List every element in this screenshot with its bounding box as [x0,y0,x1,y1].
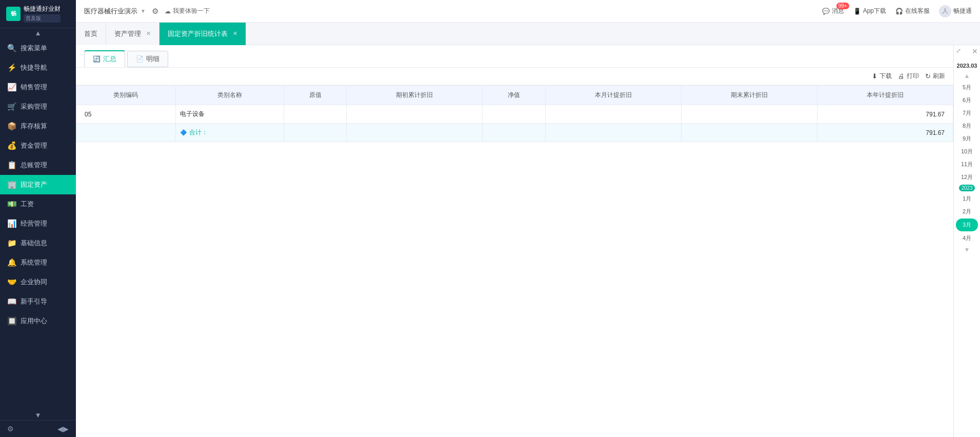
cell-end-accum [681,105,817,124]
ledger-icon: 📋 [7,161,16,170]
table-header-row: 类别编码 类别名称 原值 期初累计折旧 净值 本月计提折旧 期末累计折旧 本年计… [76,86,953,105]
sidebar-item-purchase[interactable]: 🛒 采购管理 [0,97,76,116]
sum-icon: 🔷 [180,129,187,136]
panel-expand-icon[interactable]: ⤢ [956,47,961,54]
sub-tab-summary[interactable]: 🔄 汇总 [84,50,125,67]
sidebar-item-payroll[interactable]: 💵 工资 [0,194,76,214]
tabs-bar: 首页 资产管理 ✕ 固定资产折旧统计表 ✕ [76,23,980,45]
company-selector[interactable]: 医疗器械行业演示 ▼ [84,7,146,16]
sales-icon: 📈 [7,83,16,92]
sidebar-item-label: 搜索菜单 [21,44,47,53]
col-annual: 本年计提折旧 [817,86,953,105]
sidebar-scroll-down[interactable]: ▼ [0,410,76,420]
sidebar-item-label: 资金管理 [21,141,47,150]
col-initial-accum: 期初累计折旧 [347,86,483,105]
month-item-5[interactable]: 5月 [954,81,980,94]
collapse-sidebar-icon[interactable]: ◀▶ [57,425,69,433]
month-item-4[interactable]: 4月 [954,232,980,245]
col-code: 类别编码 [76,86,176,105]
sidebar-item-label: 应用中心 [21,316,47,326]
month-item-2[interactable]: 2月 [954,205,980,218]
year-2023-tag: 2023 [959,185,974,191]
app-center-icon: 🔲 [7,316,16,326]
sidebar-item-quick-nav[interactable]: ⚡ 快捷导航 [0,58,76,77]
month-item-6[interactable]: 6月 [954,94,980,107]
tab-depreciation[interactable]: 固定资产折旧统计表 ✕ [159,23,246,45]
headset-icon: 🎧 [895,8,903,15]
logo-name: 畅捷通好业财 [24,5,61,13]
nav-up-icon[interactable]: ▲ [954,71,980,81]
sidebar-logo: 畅 畅捷通好业财 普及版 [0,0,76,28]
detail-icon: 📄 [136,55,144,63]
month-item-12[interactable]: 12月 [954,171,980,184]
tab-asset-mgmt-close[interactable]: ✕ [146,30,151,37]
refresh-icon: ↻ [925,72,931,80]
month-item-10[interactable]: 10月 [954,145,980,158]
cell-initial-accum [347,105,483,124]
settings-icon[interactable]: ⚙ [7,425,14,433]
system-icon: 🔔 [7,258,16,267]
sidebar-item-search[interactable]: 🔍 搜索菜单 [0,38,76,58]
download-icon: ⬇ [872,72,877,80]
quick-nav-icon: ⚡ [7,63,16,72]
cell-name: 电子设备 [175,105,284,124]
sidebar-scroll-up[interactable]: ▲ [0,28,76,38]
sidebar-item-enterprise[interactable]: 🤝 企业协同 [0,272,76,292]
download-button[interactable]: ⬇ 下载 [872,72,892,81]
right-panel: ✕ ⤢ 2023.03 ▲ 5月 6月 7月 8月 9月 10月 11月 12月… [953,45,980,437]
month-item-1[interactable]: 1月 [954,192,980,205]
sidebar-item-capital[interactable]: 💰 资金管理 [0,136,76,155]
payroll-icon: 💵 [7,200,16,209]
settings-icon[interactable]: ⚙ [152,7,158,16]
sidebar-item-fixed-assets[interactable]: 🏢 固定资产 [0,175,76,194]
month-item-9[interactable]: 9月 [954,132,980,145]
tab-depreciation-close[interactable]: ✕ [233,30,237,37]
col-name: 类别名称 [175,86,284,105]
message-badge: 99+ [836,3,849,9]
cell-code: 05 [76,105,176,124]
chevron-down-icon: ▼ [141,8,146,14]
app-download-button[interactable]: 📱 App下载 [853,7,886,15]
col-net: 净值 [483,86,545,105]
month-item-8[interactable]: 8月 [954,120,980,132]
sidebar-item-sales[interactable]: 📈 销售管理 [0,77,76,97]
sub-tab-detail[interactable]: 📄 明细 [127,51,168,67]
col-monthly: 本月计提折旧 [545,86,681,105]
nav-down-icon[interactable]: ▼ [954,245,980,255]
refresh-button[interactable]: ↻ 刷新 [925,72,945,81]
sidebar: 畅 畅捷通好业财 普及版 ▲ 🔍 搜索菜单 ⚡ 快捷导航 📈 销售管理 🛒 采购… [0,0,76,437]
sum-end-accum [681,124,817,142]
year-header: 2023.03 [954,61,980,71]
sidebar-item-ledger[interactable]: 📋 总账管理 [0,155,76,175]
online-service-button[interactable]: 🎧 在线客服 [895,7,930,15]
sidebar-item-label: 销售管理 [21,83,47,92]
sum-label: 🔷 合计： [175,124,284,142]
print-button[interactable]: 🖨 打印 [898,72,919,81]
sidebar-item-label: 采购管理 [21,102,47,111]
sidebar-item-app-center[interactable]: 🔲 应用中心 [0,311,76,331]
sidebar-item-system[interactable]: 🔔 系统管理 [0,253,76,272]
sidebar-item-guide[interactable]: 📖 新手引导 [0,292,76,311]
month-item-11[interactable]: 11月 [954,158,980,171]
panel-close-icon[interactable]: ✕ [972,47,978,55]
tab-home-label: 首页 [84,29,97,38]
sidebar-item-inventory[interactable]: 📦 库存核算 [0,116,76,136]
logo-badge: 普及版 [24,14,61,23]
sum-initial-accum [347,124,483,142]
tab-asset-mgmt[interactable]: 资产管理 ✕ [106,23,159,45]
tab-home[interactable]: 首页 [76,23,106,45]
capital-icon: 💰 [7,141,16,150]
company-name: 医疗器械行业演示 [84,7,137,16]
sidebar-item-operation[interactable]: 📊 经营管理 [0,214,76,233]
search-icon: 🔍 [7,44,16,53]
col-end-accum: 期末累计折旧 [681,86,817,105]
sidebar-menu: 🔍 搜索菜单 ⚡ 快捷导航 📈 销售管理 🛒 采购管理 📦 库存核算 💰 资金管… [0,38,76,410]
message-button[interactable]: 💬 消息 99+ [822,7,844,15]
experience-button[interactable]: ☁ 我要体验一下 [165,7,210,15]
month-item-7[interactable]: 7月 [954,107,980,120]
sidebar-item-basic-info[interactable]: 📁 基础信息 [0,233,76,253]
tab-asset-mgmt-label: 资产管理 [114,29,141,38]
year-month-list: 2023.03 ▲ 5月 6月 7月 8月 9月 10月 11月 12月 202… [954,45,980,437]
month-item-3-active[interactable]: 3月 [956,218,978,231]
fixed-assets-icon: 🏢 [7,180,16,189]
